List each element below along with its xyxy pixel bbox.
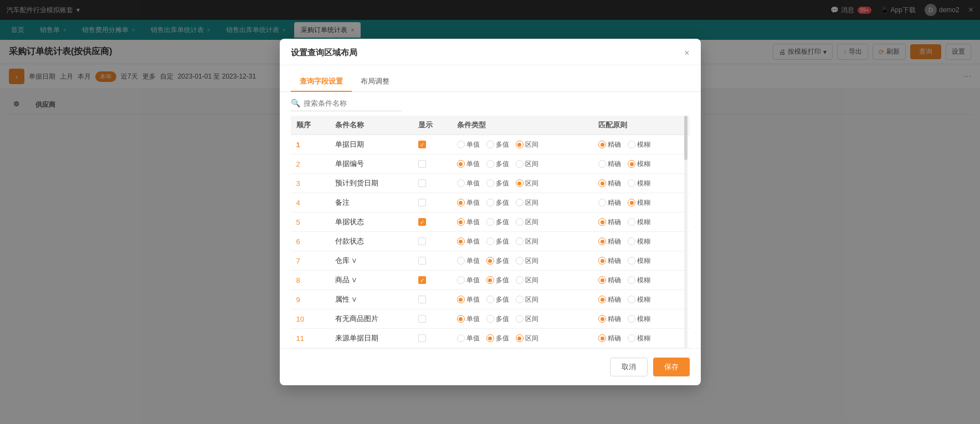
row-display[interactable] (413, 329, 451, 348)
type-range-radio[interactable]: 区间 (516, 198, 538, 208)
match-exact-radio[interactable]: 精确 (598, 218, 621, 227)
type-multi-radio[interactable]: 多值 (486, 334, 509, 343)
type-multi-radio[interactable]: 多值 (486, 237, 509, 246)
type-multi-radio[interactable]: 多值 (486, 198, 509, 208)
type-range-radio[interactable]: 区间 (516, 218, 538, 227)
modal-footer: 取消 保存 (280, 348, 701, 385)
tab-query-fields[interactable]: 查询字段设置 (291, 72, 352, 92)
row-display[interactable] (413, 290, 451, 309)
type-range-radio[interactable]: 区间 (516, 159, 538, 169)
match-exact-radio[interactable]: 精确 (598, 237, 621, 246)
match-fuzzy-radio[interactable]: 模糊 (628, 237, 650, 246)
type-range-radio[interactable]: 区间 (516, 237, 538, 246)
match-exact-radio[interactable]: 精确 (598, 276, 621, 285)
row-display[interactable] (413, 154, 451, 174)
type-single-radio[interactable]: 单值 (457, 256, 480, 266)
type-single-radio[interactable]: 单值 (457, 314, 480, 324)
type-range-radio[interactable]: 区间 (516, 295, 538, 304)
type-single-radio[interactable]: 单值 (457, 140, 480, 149)
display-checkbox[interactable]: ✓ (418, 276, 426, 284)
row-match: 精确模糊 (593, 154, 689, 174)
match-fuzzy-radio[interactable]: 模糊 (628, 256, 650, 266)
match-exact-radio[interactable]: 精确 (598, 198, 621, 208)
type-multi-radio[interactable]: 多值 (486, 159, 509, 169)
modal-close-button[interactable]: × (684, 49, 689, 58)
type-range-radio[interactable]: 区间 (516, 334, 538, 343)
display-checkbox[interactable] (418, 237, 426, 245)
display-checkbox[interactable]: ✓ (418, 141, 426, 148)
row-display[interactable]: ✓ (413, 213, 451, 232)
row-type: 单值多值区间 (451, 154, 593, 174)
cancel-button[interactable]: 取消 (610, 358, 648, 376)
type-range-radio[interactable]: 区间 (516, 256, 538, 266)
cancel-label: 取消 (622, 363, 636, 371)
tab-layout-adjust[interactable]: 布局调整 (352, 72, 398, 92)
row-display[interactable] (413, 232, 451, 251)
row-match: 精确模糊 (593, 135, 689, 154)
match-fuzzy-radio[interactable]: 模糊 (628, 179, 650, 188)
scrollbar-thumb[interactable] (684, 116, 687, 160)
type-single-radio[interactable]: 单值 (457, 198, 480, 208)
save-button[interactable]: 保存 (653, 358, 690, 376)
type-multi-radio[interactable]: 多值 (486, 218, 509, 227)
display-checkbox[interactable]: ✓ (418, 218, 426, 226)
row-display[interactable] (413, 174, 451, 193)
row-display[interactable] (413, 309, 451, 329)
type-single-radio[interactable]: 单值 (457, 179, 480, 188)
row-display[interactable] (413, 251, 451, 271)
type-range-radio[interactable]: 区间 (516, 314, 538, 324)
match-exact-radio[interactable]: 精确 (598, 295, 621, 304)
type-multi-radio[interactable]: 多值 (486, 295, 509, 304)
type-single-radio[interactable]: 单值 (457, 295, 480, 304)
type-single-radio[interactable]: 单值 (457, 159, 480, 169)
display-checkbox[interactable] (418, 334, 426, 342)
type-multi-radio[interactable]: 多值 (486, 140, 509, 149)
tab-query-fields-label: 查询字段设置 (300, 77, 343, 85)
row-name: 备注 (330, 193, 413, 213)
match-exact-radio[interactable]: 精确 (598, 334, 621, 343)
row-display[interactable]: ✓ (413, 135, 451, 154)
match-fuzzy-radio[interactable]: 模糊 (628, 295, 650, 304)
row-order: 1 (291, 135, 330, 154)
display-checkbox[interactable] (418, 179, 426, 187)
type-range-radio[interactable]: 区间 (516, 140, 538, 149)
match-exact-radio[interactable]: 精确 (598, 314, 621, 324)
row-order: 3 (291, 174, 330, 193)
type-range-radio[interactable]: 区间 (516, 179, 538, 188)
type-single-radio[interactable]: 单值 (457, 237, 480, 246)
type-multi-radio[interactable]: 多值 (486, 276, 509, 285)
match-exact-radio[interactable]: 精确 (598, 140, 621, 149)
row-type: 单值多值区间 (451, 290, 593, 309)
row-match: 精确模糊 (593, 193, 689, 213)
display-checkbox[interactable] (418, 257, 426, 265)
display-checkbox[interactable] (418, 296, 426, 303)
conditions-table: 顺序 条件名称 显示 条件类型 匹配原则 1单据日期✓单值多值区间精确模糊2单据… (291, 116, 690, 348)
type-multi-radio[interactable]: 多值 (486, 256, 509, 266)
match-exact-radio[interactable]: 精确 (598, 179, 621, 188)
type-multi-radio[interactable]: 多值 (486, 314, 509, 324)
modal-overlay: 设置查询区域布局 × 查询字段设置 布局调整 🔍 顺序 (0, 0, 980, 424)
match-fuzzy-radio[interactable]: 模糊 (628, 140, 650, 149)
row-name: 有无商品图片 (330, 309, 413, 329)
match-fuzzy-radio[interactable]: 模糊 (628, 159, 650, 169)
match-fuzzy-radio[interactable]: 模糊 (628, 314, 650, 324)
match-exact-radio[interactable]: 精确 (598, 159, 621, 169)
th-match: 匹配原则 (593, 116, 689, 135)
match-fuzzy-radio[interactable]: 模糊 (628, 334, 650, 343)
match-fuzzy-radio[interactable]: 模糊 (628, 276, 650, 285)
display-checkbox[interactable] (418, 199, 426, 206)
match-fuzzy-radio[interactable]: 模糊 (628, 198, 650, 208)
match-exact-radio[interactable]: 精确 (598, 256, 621, 266)
type-range-radio[interactable]: 区间 (516, 276, 538, 285)
search-input[interactable] (304, 99, 402, 107)
display-checkbox[interactable] (418, 315, 426, 323)
type-multi-radio[interactable]: 多值 (486, 179, 509, 188)
type-single-radio[interactable]: 单值 (457, 218, 480, 227)
type-single-radio[interactable]: 单值 (457, 334, 480, 343)
type-single-radio[interactable]: 单值 (457, 276, 480, 285)
th-name: 条件名称 (330, 116, 413, 135)
match-fuzzy-radio[interactable]: 模糊 (628, 218, 650, 227)
row-display[interactable]: ✓ (413, 271, 451, 290)
display-checkbox[interactable] (418, 160, 426, 168)
row-display[interactable] (413, 193, 451, 213)
